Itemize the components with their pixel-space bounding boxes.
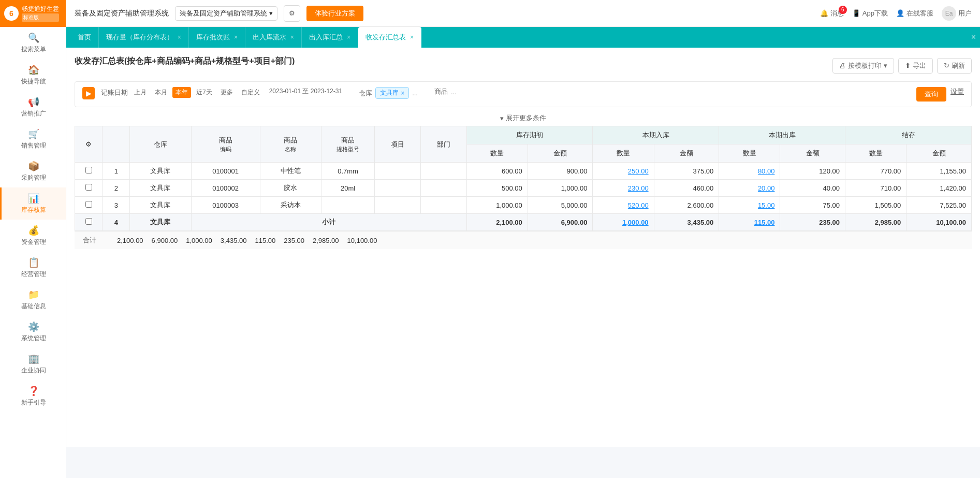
this-month-btn[interactable]: 本月: [152, 87, 170, 98]
sidebar-item-marketing[interactable]: 📢 营销推广: [0, 91, 66, 123]
th-opening-qty: 数量: [466, 144, 528, 163]
tab-inventory-distribution[interactable]: 现存量（库存分布表） ×: [99, 27, 189, 48]
refresh-button[interactable]: ↻ 刷新: [937, 58, 972, 74]
export-button[interactable]: ⬆ 导出: [898, 58, 933, 74]
export-icon: ⬆: [905, 62, 911, 69]
system-select-text: 装备及固定资产辅助管理系统: [180, 9, 267, 18]
tab-close-icon[interactable]: ×: [410, 34, 414, 41]
row-out-qty[interactable]: 15.00: [719, 197, 780, 214]
more-date-btn[interactable]: 更多: [217, 87, 236, 98]
th-opening-group: 库存期初: [466, 126, 593, 144]
sidebar-item-quick[interactable]: 🏠 快捷导航: [0, 59, 66, 91]
sidebar-item-sales[interactable]: 🛒 销售管理: [0, 123, 66, 155]
warehouse-ellipsis[interactable]: ...: [412, 89, 418, 97]
goods-ellipsis[interactable]: ...: [451, 88, 457, 96]
sidebar-item-enterprise[interactable]: 🏢 企业协同: [0, 348, 66, 380]
last-7-days-btn[interactable]: 近7天: [193, 87, 215, 98]
sidebar-item-operations[interactable]: 📋 经营管理: [0, 252, 66, 284]
sidebar-item-guide[interactable]: ❓ 新手引导: [0, 380, 66, 412]
subtotal-out-amt: 235.00: [780, 214, 845, 231]
tab-batch-account[interactable]: 库存批次账 ×: [189, 27, 245, 48]
th-opening-amt: 金额: [528, 144, 593, 163]
sidebar-item-finance[interactable]: 💰 资金管理: [0, 220, 66, 252]
row-closing-amt: 1,155.00: [906, 163, 972, 180]
tab-close-icon[interactable]: ×: [234, 34, 238, 41]
tab-receive-summary[interactable]: 收发存汇总表 ×: [358, 27, 421, 48]
tab-close-icon[interactable]: ×: [347, 34, 350, 41]
guide-icon: ❓: [28, 385, 39, 397]
th-settings[interactable]: ⚙: [75, 126, 103, 163]
settings-button[interactable]: ⚙: [284, 5, 300, 22]
row-out-qty[interactable]: 20.00: [719, 180, 780, 197]
sidebar-item-label: 采购管理: [21, 173, 46, 182]
tab-close-icon[interactable]: ×: [178, 34, 181, 41]
messages-button[interactable]: 🔔 消息 6: [820, 9, 844, 18]
basic-icon: 📁: [28, 289, 39, 300]
row-project: [375, 163, 421, 180]
tab-label: 出入库流水: [253, 33, 286, 42]
tab-close-icon[interactable]: ×: [290, 34, 294, 41]
row-checkbox[interactable]: [75, 180, 103, 197]
close-all-tabs[interactable]: ×: [971, 33, 976, 42]
tab-home[interactable]: 首页: [70, 27, 99, 48]
expand-conditions-button[interactable]: ▾ 展开更多条件: [500, 113, 546, 123]
trial-button[interactable]: 体验行业方案: [306, 6, 363, 21]
row-checkbox[interactable]: [75, 197, 103, 214]
sidebar-item-basic[interactable]: 📁 基础信息: [0, 284, 66, 316]
sidebar-item-system[interactable]: ⚙️ 系统管理: [0, 316, 66, 348]
expand-filter-row: ▾ 展开更多条件: [75, 110, 972, 126]
table-row: 3 文具库 0100003 采访本 1,000.00 5,000.00 520.…: [75, 197, 972, 214]
footer-out-amt: 235.00: [284, 237, 304, 244]
sidebar-item-search[interactable]: 🔍 搜索菜单: [0, 27, 66, 59]
system-selector[interactable]: 装备及固定资产辅助管理系统 ▾: [175, 6, 277, 21]
row-in-qty[interactable]: 230.00: [593, 180, 654, 197]
refresh-label: 刷新: [952, 61, 965, 70]
print-button[interactable]: 🖨 按模板打印 ▾: [832, 58, 894, 74]
row-dept: [420, 197, 466, 214]
tab-inout-flow[interactable]: 出入库流水 ×: [245, 27, 302, 48]
finance-icon: 💰: [28, 225, 39, 236]
sidebar-item-label: 经营管理: [21, 270, 46, 279]
row-goods-code: 0100001: [191, 163, 260, 180]
sidebar-nav: 🔍 搜索菜单 🏠 快捷导航 📢 营销推广 🛒 销售管理 📦 采购管理 📊: [0, 27, 66, 478]
row-goods-name: 胶水: [260, 180, 321, 197]
chevron-down-icon: ▾: [269, 9, 273, 17]
subtotal-seq: 4: [103, 214, 130, 231]
date-buttons: 上月 本月 本年 近7天 更多 自定义: [131, 87, 263, 98]
last-month-btn[interactable]: 上月: [131, 87, 150, 98]
settings-link[interactable]: 设置: [950, 87, 964, 96]
filter-toggle-button[interactable]: ▶: [82, 87, 95, 99]
tab-inout-summary[interactable]: 出入库汇总 ×: [302, 27, 358, 48]
online-service-button[interactable]: 👤 在线客服: [896, 9, 933, 18]
row-in-qty[interactable]: 250.00: [593, 163, 654, 180]
row-out-amt: 120.00: [780, 163, 845, 180]
subtotal-in-qty[interactable]: 1,000.00: [593, 214, 654, 231]
this-year-btn[interactable]: 本年: [172, 87, 191, 98]
subtotal-out-qty[interactable]: 115.00: [719, 214, 780, 231]
query-button[interactable]: 查询: [916, 87, 946, 102]
logo: 6 畅捷通好生意 标准版: [0, 0, 66, 27]
row-in-amt: 375.00: [654, 163, 719, 180]
date-range-display: 2023-01-01 至 2023-12-31: [269, 87, 342, 96]
row-goods-code: 0100003: [191, 197, 260, 214]
row-in-qty[interactable]: 520.00: [593, 197, 654, 214]
th-goods-code: 商品编码: [191, 126, 260, 163]
user-menu[interactable]: Ea 用户: [942, 6, 972, 21]
row-checkbox[interactable]: [75, 163, 103, 180]
app-download-button[interactable]: 📱 App下载: [852, 9, 888, 18]
row-warehouse: 文具库: [130, 197, 191, 214]
sidebar-item-purchase[interactable]: 📦 采购管理: [0, 155, 66, 187]
custom-date-btn[interactable]: 自定义: [238, 87, 263, 98]
subtotal-checkbox[interactable]: [75, 214, 103, 231]
row-closing-qty: 1,505.00: [845, 197, 906, 214]
th-closing-qty: 数量: [845, 144, 906, 163]
chevron-down-icon: ▾: [884, 62, 887, 69]
sidebar-item-label: 销售管理: [21, 141, 46, 150]
warehouse-filter-label: 仓库: [359, 89, 372, 98]
row-out-qty[interactable]: 80.00: [719, 163, 780, 180]
warehouse-tag: 文具库 ×: [375, 87, 409, 99]
sidebar-item-inventory[interactable]: 📊 库存核算: [0, 187, 66, 220]
top-bar-right: 🔔 消息 6 📱 App下载 👤 在线客服 Ea 用户: [820, 6, 972, 21]
warehouse-tag-close[interactable]: ×: [401, 90, 404, 97]
subtotal-opening-qty: 2,100.00: [466, 214, 528, 231]
